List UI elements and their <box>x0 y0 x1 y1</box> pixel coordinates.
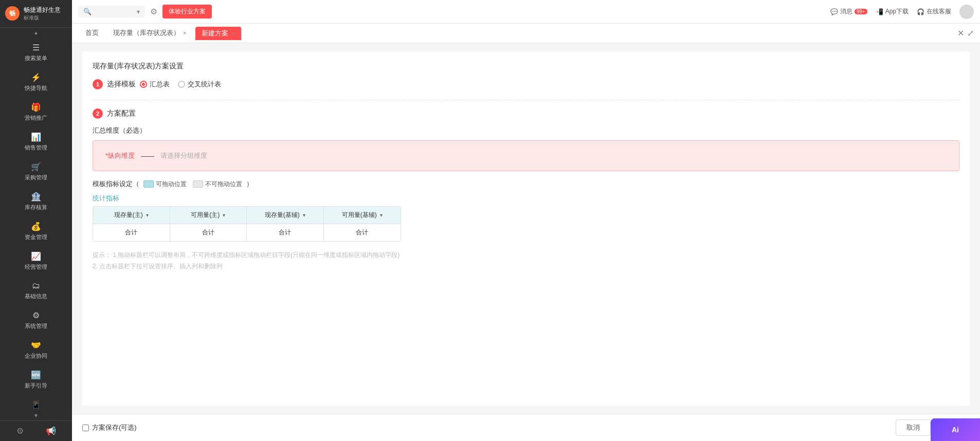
stats-table-header: 现存量(主) ▾ 可用量(主) ▾ 现存量(基辅) <box>93 207 401 224</box>
tab-new-plan[interactable]: 新建方案 × <box>195 27 241 40</box>
step1-title: 选择模板 <box>107 80 136 89</box>
sidebar-item-marketing[interactable]: 🎁 营销推广 <box>0 97 72 127</box>
stats-th-3[interactable]: 可用量(基辅) ▾ <box>324 207 401 224</box>
stats-td-0-3: 合计 <box>324 224 401 241</box>
save-checkbox-label[interactable]: 方案保存(可选) <box>82 423 137 432</box>
topbar-dropdown-icon[interactable]: ▾ <box>137 8 140 15</box>
legend-non-draggable: 不可拖动位置 <box>193 180 242 189</box>
non-draggable-box <box>193 180 203 188</box>
cancel-button[interactable]: 取消 <box>896 419 931 436</box>
guide-icon: 🆕 <box>31 370 41 380</box>
step1-badge: 1 <box>93 79 103 89</box>
stats-section: 统计指标 现存量(主) ▾ 可用量(主) ▾ <box>93 194 959 242</box>
close-panel-button[interactable]: ✕ <box>957 28 964 38</box>
sidebar-logo: 畅 畅捷通好生意 标准版 <box>0 0 72 28</box>
stats-td-0-1: 合计 <box>170 224 247 241</box>
stats-table: 现存量(主) ▾ 可用量(主) ▾ 现存量(基辅) <box>93 206 401 242</box>
topbar-settings-icon[interactable]: ⚙ <box>150 7 157 16</box>
appstore-icon: 📱 <box>31 400 41 410</box>
main-area: 🔍 ▾ ⚙ 体验行业方案 💬 消息 99+ 📲 App下载 🎧 在线客服 <box>72 0 980 441</box>
app-download-button[interactable]: 📲 App下载 <box>876 7 909 16</box>
online-service-button[interactable]: 🎧 在线客服 <box>917 7 951 16</box>
sidebar-scroll-up[interactable]: ▲ <box>0 28 72 38</box>
trial-button[interactable]: 体验行业方案 <box>162 5 212 19</box>
operations-icon: 📈 <box>31 251 41 261</box>
stats-th-1[interactable]: 可用量(主) ▾ <box>170 207 247 224</box>
dim-placeholder: 请选择分组维度 <box>160 151 207 160</box>
sidebar-nav: ☰ 搜索菜单 ⚡ 快捷导航 🎁 营销推广 📊 销售管理 🛒 采购管理 🏦 库存核… <box>0 38 72 411</box>
basic-info-icon: 🗂 <box>32 281 40 290</box>
sidebar-item-finance[interactable]: 💰 资金管理 <box>0 216 72 246</box>
page-title: 现存量(库存状况表)方案设置 <box>93 62 959 71</box>
indicator-legend: 可拖动位置 不可拖动位置 <box>143 180 242 189</box>
sidebar-item-guide[interactable]: 🆕 新手引导 <box>0 365 72 395</box>
tab-close-inventory[interactable]: × <box>183 30 186 36</box>
topbar-search-box[interactable]: 🔍 ▾ <box>78 6 145 17</box>
collab-icon: 🤝 <box>31 340 41 350</box>
chevron-2: ▾ <box>303 212 305 218</box>
topbar-right: 💬 消息 99+ 📲 App下载 🎧 在线客服 <box>830 5 974 19</box>
expand-panel-button[interactable]: ⤢ <box>967 28 974 38</box>
stats-td-0-2: 合计 <box>247 224 324 241</box>
tab-inventory-status[interactable]: 现存量（库存状况表） × <box>106 24 193 43</box>
indicators-label: 模板指标设定（ 可拖动位置 不可拖动位置 <box>93 179 959 189</box>
chevron-3: ▾ <box>380 212 383 218</box>
avatar[interactable] <box>959 5 974 19</box>
sidebar-item-sales[interactable]: 📊 销售管理 <box>0 127 72 157</box>
template-options: 汇总表 交叉统计表 <box>140 80 221 89</box>
sidebar-item-purchase[interactable]: 🛒 采购管理 <box>0 157 72 187</box>
legend-draggable: 可拖动位置 <box>143 180 187 189</box>
search-icon: 🔍 <box>83 8 92 15</box>
settings-icon[interactable]: ⚙ <box>16 426 24 436</box>
sidebar-item-quicknav[interactable]: ⚡ 快捷导航 <box>0 67 72 97</box>
draggable-box <box>143 180 154 188</box>
tips-area: 提示： 1.拖动标题栏可以调整布局，不可跨维度或指标区域拖动栏目字段(只能在同一… <box>93 250 959 272</box>
sidebar-item-appstore[interactable]: 📱 应用中心 <box>0 395 72 411</box>
search-menu-icon: ☰ <box>32 43 40 52</box>
sidebar-item-inventory[interactable]: 🏦 库存核算 <box>0 187 72 216</box>
content-inner: 现存量(库存状况表)方案设置 1 选择模板 汇总表 <box>82 51 970 406</box>
download-icon: 📲 <box>876 8 883 15</box>
step2-title: 方案配置 <box>107 109 136 118</box>
step1-section: 1 选择模板 汇总表 交叉统计表 <box>93 79 959 89</box>
tab-close-new-plan[interactable]: × <box>231 30 234 36</box>
step1-divider <box>93 100 959 100</box>
dimension-area[interactable]: *纵向维度 —— 请选择分组维度 <box>93 140 959 171</box>
chevron-0: ▾ <box>146 212 149 218</box>
stats-table-row: 合计 合计 合计 合计 <box>93 224 401 241</box>
finance-icon: 💰 <box>31 222 41 231</box>
tab-home[interactable]: 首页 <box>78 24 106 43</box>
marketing-icon: 🎁 <box>31 102 41 112</box>
stats-title: 统计指标 <box>93 194 959 203</box>
save-checkbox[interactable] <box>82 425 89 431</box>
sidebar-item-operations[interactable]: 📈 经营管理 <box>0 246 72 276</box>
speaker-icon[interactable]: 📢 <box>46 426 56 436</box>
dim-row: *纵向维度 —— 请选择分组维度 <box>105 151 947 160</box>
radio-summary-dot <box>140 81 147 88</box>
tab-bar: 首页 现存量（库存状况表） × 新建方案 × ✕ ⤢ <box>72 24 980 43</box>
purchase-icon: 🛒 <box>31 162 41 172</box>
sidebar: 畅 畅捷通好生意 标准版 ▲ ☰ 搜索菜单 ⚡ 快捷导航 🎁 营销推广 📊 销售… <box>0 0 72 441</box>
indicators-config: 模板指标设定（ 可拖动位置 不可拖动位置 <box>93 179 959 272</box>
radio-summary[interactable]: 汇总表 <box>140 80 170 89</box>
search-input[interactable] <box>94 8 135 15</box>
sidebar-item-collab[interactable]: 🤝 企业协同 <box>0 335 72 365</box>
sidebar-item-basic-info[interactable]: 🗂 基础信息 <box>0 276 72 305</box>
stats-td-0-0: 合计 <box>93 224 170 241</box>
stats-th-2[interactable]: 现存量(基辅) ▾ <box>247 207 324 224</box>
tip-2: 2. 点击标题栏下拉可设置排序、插入列和删除列 <box>93 261 959 272</box>
service-icon: 🎧 <box>917 8 924 15</box>
step2-section: 2 方案配置 汇总维度（必选） *纵向维度 —— 请选择分组维度 <box>93 108 959 272</box>
footer-bar: 方案保存(可选) 取消 查询 <box>72 414 980 441</box>
stats-th-0[interactable]: 现存量(主) ▾ <box>93 207 170 224</box>
sidebar-scroll-down[interactable]: ▼ <box>0 411 72 420</box>
radio-cross[interactable]: 交叉统计表 <box>178 80 221 89</box>
ai-button[interactable]: Ai <box>931 418 980 441</box>
chevron-1: ▾ <box>223 212 225 218</box>
system-icon: ⚙ <box>32 310 40 320</box>
messages-button[interactable]: 💬 消息 99+ <box>830 7 867 16</box>
sidebar-item-system[interactable]: ⚙ 系统管理 <box>0 305 72 335</box>
sidebar-item-search[interactable]: ☰ 搜索菜单 <box>0 38 72 67</box>
dim-label: *纵向维度 <box>105 151 135 160</box>
topbar: 🔍 ▾ ⚙ 体验行业方案 💬 消息 99+ 📲 App下载 🎧 在线客服 <box>72 0 980 24</box>
